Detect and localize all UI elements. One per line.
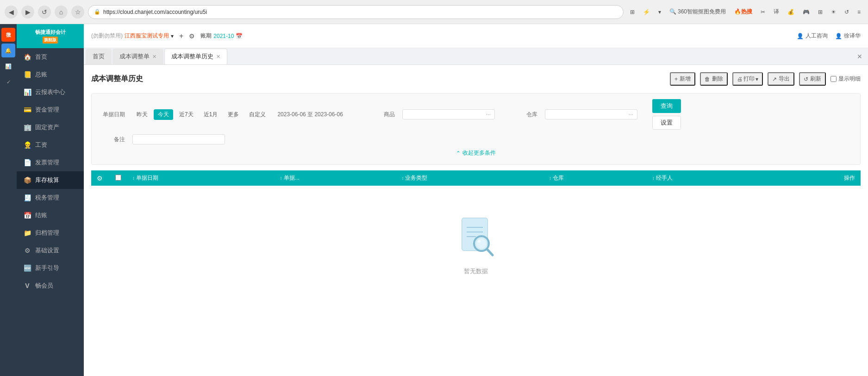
nav-forward-button[interactable]: ▶ bbox=[21, 6, 34, 19]
docnum-column-header[interactable]: ↕ 单据... bbox=[275, 170, 396, 186]
sidebar-label-close: 结账 bbox=[35, 211, 47, 219]
show-detail-checkbox[interactable] bbox=[831, 76, 837, 82]
svg-point-8 bbox=[478, 240, 481, 243]
new-button[interactable]: + 新增 bbox=[670, 72, 695, 86]
apps-icon[interactable]: ⊞ bbox=[627, 8, 637, 16]
warehouse-column-header[interactable]: ↕ 仓库 bbox=[543, 170, 647, 186]
company-selector[interactable]: (勿删勿禁用) 江西服宝测试专用 ▾ bbox=[91, 32, 174, 40]
delete-button[interactable]: 🗑 删除 bbox=[700, 72, 728, 86]
sidebar-label-inventory: 库存核算 bbox=[35, 176, 59, 184]
sidebar-item-guide[interactable]: 🆕 新手引导 bbox=[17, 259, 84, 277]
empty-state: 暂无数据 bbox=[91, 186, 861, 303]
user-profile[interactable]: 👤 徐译华 bbox=[835, 32, 861, 40]
sidebar-item-funds[interactable]: 💳 资金管理 bbox=[17, 101, 84, 119]
show-detail-checkbox-label[interactable]: 显示明细 bbox=[831, 75, 861, 83]
grid-icon[interactable]: ⊞ bbox=[815, 8, 825, 16]
date-btn-yesterday[interactable]: 昨天 bbox=[132, 109, 152, 120]
support-label: 人工咨询 bbox=[806, 32, 828, 40]
gear-icon[interactable]: ⚙ bbox=[97, 175, 103, 182]
tab-cost-adjust-history[interactable]: 成本调整单历史 ✕ bbox=[164, 49, 227, 64]
remark-input[interactable] bbox=[132, 134, 225, 144]
tab-history-close[interactable]: ✕ bbox=[216, 54, 220, 60]
tab-history-label: 成本调整单历史 bbox=[171, 52, 213, 61]
dropdown-icon[interactable]: ▾ bbox=[656, 8, 664, 16]
close-all-tabs-button[interactable]: ✕ bbox=[851, 53, 868, 60]
warehouse-filter-label: 仓库 bbox=[512, 111, 537, 119]
collapse-button[interactable]: ⌃ 收起更多条件 bbox=[456, 149, 496, 157]
sidebar-item-invoice[interactable]: 📄 发票管理 bbox=[17, 154, 84, 171]
sidebar-item-ledger[interactable]: 📒 总账 bbox=[17, 66, 84, 83]
date-btn-custom[interactable]: 自定义 bbox=[245, 109, 270, 120]
wallet-icon[interactable]: 💰 bbox=[785, 8, 797, 16]
biztype-column-header[interactable]: ↕ 业务类型 bbox=[396, 170, 543, 186]
top-bar: (勿删勿禁用) 江西服宝测试专用 ▾ + ⚙ 账期 2021-10 📅 👤 人工… bbox=[84, 24, 868, 48]
refresh-label: 刷新 bbox=[810, 75, 821, 83]
date-btn-today[interactable]: 今天 bbox=[154, 109, 173, 120]
sidebar-item-archive[interactable]: 📁 归档管理 bbox=[17, 224, 84, 242]
handler-column-header[interactable]: ↕ 经手人 bbox=[647, 170, 772, 186]
print-dropdown-icon: ▾ bbox=[756, 76, 758, 82]
ledger-icon: 📒 bbox=[23, 71, 31, 78]
browser-bar: ◀ ▶ ↺ ⌂ ☆ 🔒 https://cloud.chanjet.com/ac… bbox=[0, 0, 868, 24]
date-btn-more[interactable]: 更多 bbox=[224, 109, 243, 120]
print-button[interactable]: 🖨 打印 ▾ bbox=[732, 72, 763, 86]
period-info: 账期 2021-10 📅 bbox=[200, 32, 243, 40]
sort-handler-icon: ↕ bbox=[652, 175, 655, 181]
export-button[interactable]: ↗ 导出 bbox=[768, 72, 794, 86]
sidebar-item-member[interactable]: V 畅会员 bbox=[17, 277, 84, 295]
home-button[interactable]: ⌂ bbox=[55, 6, 68, 19]
sidebar-item-reports[interactable]: 📊 云报表中心 bbox=[17, 83, 84, 101]
goods-select[interactable]: ··· bbox=[402, 109, 495, 119]
sidebar-item-home[interactable]: 🏠 首页 bbox=[17, 48, 84, 66]
refresh-data-button[interactable]: ↺ 刷新 bbox=[799, 72, 826, 86]
select-all-checkbox[interactable] bbox=[115, 175, 121, 181]
undo-icon[interactable]: ↺ bbox=[842, 8, 852, 16]
gear-column-header[interactable]: ⚙ bbox=[91, 170, 110, 186]
docnum-col-label: 单据... bbox=[284, 174, 300, 182]
query-button[interactable]: 查询 bbox=[652, 99, 681, 113]
support-icon: 👤 bbox=[797, 33, 804, 39]
tab-home[interactable]: 首页 bbox=[86, 49, 112, 64]
icon-bar-chart[interactable]: 📊 bbox=[1, 59, 15, 73]
icon-bar-task[interactable]: ✓ bbox=[1, 75, 15, 89]
print-label: 打印 bbox=[743, 75, 755, 83]
company-settings-icon[interactable]: ⚙ bbox=[189, 32, 195, 40]
refresh-button[interactable]: ↺ bbox=[38, 6, 51, 19]
address-bar[interactable]: 🔒 https://cloud.chanjet.com/accounting/u… bbox=[88, 5, 624, 19]
add-company-button[interactable]: + bbox=[179, 32, 183, 40]
tab-cost-adjust-close[interactable]: ✕ bbox=[152, 54, 156, 60]
menu-icon[interactable]: ≡ bbox=[855, 8, 863, 16]
show-detail-label: 显示明细 bbox=[838, 75, 861, 83]
tab-cost-adjust[interactable]: 成本调整单 ✕ bbox=[112, 49, 163, 64]
sidebar-item-close[interactable]: 📅 结账 bbox=[17, 207, 84, 224]
search-tool[interactable]: 🔍 360智能抠图免费用 bbox=[667, 7, 729, 17]
translate-icon[interactable]: 译 bbox=[771, 7, 782, 17]
icon-bar-notification[interactable]: 🔔 bbox=[1, 44, 15, 57]
hot-search-icon[interactable]: 🔥热搜 bbox=[731, 7, 755, 17]
filter-settings-button[interactable]: 设置 bbox=[652, 116, 681, 130]
date-btn-1month[interactable]: 近1月 bbox=[200, 109, 222, 120]
member-icon: V bbox=[23, 282, 31, 289]
calendar-icon[interactable]: 📅 bbox=[236, 33, 243, 39]
sidebar-item-tax[interactable]: 🧾 税务管理 bbox=[17, 189, 84, 207]
lightning-icon[interactable]: ⚡ bbox=[640, 8, 653, 16]
collapse-icon: ⌃ bbox=[456, 150, 461, 157]
biztype-col-label: 业务类型 bbox=[405, 174, 427, 182]
nav-back-button[interactable]: ◀ bbox=[5, 6, 18, 19]
date-range-display: 2023-06-06 至 2023-06-06 bbox=[277, 111, 343, 119]
scissors-icon[interactable]: ✂ bbox=[758, 8, 768, 16]
sidebar-item-settings[interactable]: ⚙ 基础设置 bbox=[17, 242, 84, 259]
checkbox-column-header[interactable] bbox=[110, 170, 127, 186]
date-btn-7days[interactable]: 近7天 bbox=[175, 109, 198, 120]
brightness-icon[interactable]: ☀ bbox=[828, 8, 839, 16]
sort-date-icon: ↕ bbox=[132, 175, 135, 181]
star-button[interactable]: ☆ bbox=[71, 6, 84, 19]
warehouse-select[interactable]: ··· bbox=[545, 109, 637, 119]
sidebar-item-salary[interactable]: 👷 工资 bbox=[17, 136, 84, 154]
game-icon[interactable]: 🎮 bbox=[800, 8, 812, 16]
sidebar-item-inventory[interactable]: 📦 库存核算 bbox=[17, 171, 84, 189]
support-button[interactable]: 👤 人工咨询 bbox=[797, 32, 828, 40]
sidebar-item-assets[interactable]: 🏢 固定资产 bbox=[17, 119, 84, 136]
icon-bar-weibo[interactable]: 微 bbox=[1, 28, 15, 42]
date-column-header[interactable]: ↕ 单据日期 bbox=[127, 170, 275, 186]
